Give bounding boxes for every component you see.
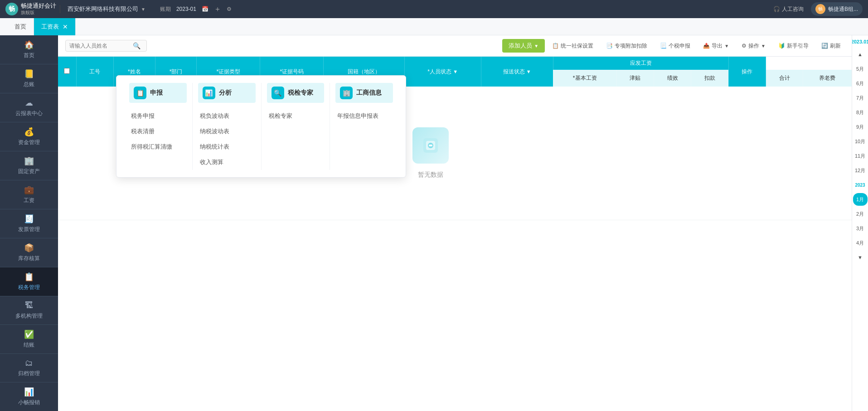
- add-icon[interactable]: ＋: [214, 5, 221, 14]
- dropdown-header-bizinfo: 🏢 工商信息: [335, 83, 393, 103]
- company-selector[interactable]: 西安虾米网络科技有限公司 ▼: [60, 5, 153, 13]
- invoice-icon: 🧾: [24, 214, 34, 224]
- analysis-title: 分析: [219, 89, 232, 97]
- insurance-label: 统一社保设置: [561, 42, 593, 50]
- inventory-icon: 📦: [24, 243, 34, 253]
- export-label: 导出: [712, 42, 723, 50]
- insurance-button[interactable]: 📋 统一社保设置: [548, 40, 597, 52]
- logo: 畅 畅捷通好会计 旗舰版: [5, 2, 60, 16]
- logo-text-wrap: 畅捷通好会计 旗舰版: [21, 2, 56, 16]
- nav-down-button[interactable]: ▼: [853, 251, 868, 264]
- export-button[interactable]: 📤 导出 ▼: [699, 40, 732, 52]
- th-pension: 养老费: [803, 70, 852, 87]
- month-1[interactable]: 1月: [853, 193, 868, 206]
- tax-burden-item[interactable]: 税负波动表: [198, 108, 256, 124]
- operate-button[interactable]: ⚙ 操作 ▼: [738, 40, 769, 52]
- special-deduction-icon: 📑: [606, 43, 613, 49]
- sidebar-item-report[interactable]: 📊 小畅报销: [0, 382, 58, 411]
- th-report-status: 报送状态 ▼: [481, 57, 553, 87]
- company-chevron-icon: ▼: [141, 7, 145, 12]
- search-icon: 🔍: [133, 42, 141, 49]
- month-7[interactable]: 7月: [853, 92, 868, 104]
- empty-icon: [412, 127, 449, 164]
- month-10[interactable]: 10月: [853, 135, 868, 148]
- multi-icon: 🏗: [25, 301, 33, 310]
- top-bar-period: 账期 2023-01 📅 ＋ ⚙: [153, 5, 239, 14]
- help-button[interactable]: 🎧 人工咨询: [773, 5, 804, 13]
- tax-fluctuation-item[interactable]: 纳税波动表: [198, 124, 256, 139]
- sidebar-salary-label: 工资: [24, 197, 34, 204]
- tab-home-label: 首页: [15, 23, 26, 31]
- tax-declaration-item[interactable]: 税务申报: [129, 108, 187, 124]
- sidebar-item-invoice[interactable]: 🧾 发票管理: [0, 209, 58, 238]
- settings-icon[interactable]: ⚙: [227, 6, 232, 12]
- calendar-icon[interactable]: 📅: [202, 6, 209, 12]
- tax-expert-item[interactable]: 税检专家: [267, 108, 325, 124]
- select-all-checkbox[interactable]: [64, 68, 70, 74]
- sidebar-item-checkout[interactable]: ✅ 结账: [0, 325, 58, 354]
- sidebar-item-home[interactable]: 🏠 首页: [0, 35, 58, 64]
- sidebar-report-label: 小畅报销: [18, 399, 40, 406]
- top-bar: 畅 畅捷通好会计 旗舰版 西安虾米网络科技有限公司 ▼ 账期 2023-01 📅…: [0, 0, 868, 18]
- sidebar-item-inventory[interactable]: 📦 库存核算: [0, 238, 58, 267]
- tax-form-item[interactable]: 税表清册: [129, 124, 187, 139]
- month-8[interactable]: 8月: [853, 106, 868, 119]
- guide-button[interactable]: 🔰 新手引导: [775, 40, 812, 52]
- tax-report-button[interactable]: 📃 个税申报: [656, 40, 694, 52]
- refresh-button[interactable]: 🔄 刷新: [818, 40, 844, 52]
- month-9[interactable]: 9月: [853, 121, 868, 133]
- sidebar-item-multi[interactable]: 🏗 多机构管理: [0, 296, 58, 325]
- income-tax-item[interactable]: 所得税汇算清缴: [129, 139, 187, 155]
- tab-salary[interactable]: 工资表 ✕: [34, 18, 76, 35]
- month-6[interactable]: 6月: [853, 77, 868, 90]
- sidebar-item-funds[interactable]: 💰 资金管理: [0, 122, 58, 151]
- logo-subtitle: 旗舰版: [21, 10, 56, 16]
- income-forecast-item[interactable]: 收入测算: [198, 155, 256, 170]
- expert-title: 税检专家: [288, 89, 313, 97]
- checkbox-header[interactable]: [58, 57, 76, 87]
- tab-salary-close-icon[interactable]: ✕: [63, 23, 68, 30]
- sidebar-item-ledger[interactable]: 📒 总账: [0, 64, 58, 93]
- add-person-button[interactable]: 添加人员 ▼: [502, 39, 545, 53]
- main-content: 🔍 添加人员 ▼ 📋 统一社保设置 📑 专项附加扣除 📃 个税申报: [58, 35, 852, 411]
- user-menu[interactable]: 畅 畅捷通B组...: [811, 2, 863, 16]
- sidebar-item-archive[interactable]: 🗂 归档管理: [0, 354, 58, 382]
- sidebar-invoice-label: 发票管理: [18, 226, 40, 233]
- tab-home[interactable]: 首页: [7, 18, 34, 35]
- th-base-salary: *基本工资: [553, 70, 616, 87]
- tab-bar: 首页 工资表 ✕: [0, 18, 868, 35]
- month-5[interactable]: 5月: [853, 63, 868, 75]
- insurance-icon: 📋: [552, 43, 559, 49]
- month-2[interactable]: 2月: [853, 208, 868, 220]
- annual-report-item[interactable]: 年报信息申报表: [335, 108, 393, 124]
- month-11[interactable]: 11月: [853, 150, 868, 162]
- year-2023[interactable]: 2023: [853, 179, 868, 191]
- search-input[interactable]: [69, 43, 133, 49]
- sidebar-item-tax[interactable]: 📋 税务管理: [0, 267, 58, 296]
- funds-icon: 💰: [24, 127, 34, 137]
- search-wrap[interactable]: 🔍: [65, 40, 147, 52]
- month-12[interactable]: 12月: [853, 164, 868, 177]
- sidebar-item-salary[interactable]: 💼 工资: [0, 180, 58, 209]
- sidebar-ledger-label: 总账: [24, 81, 34, 88]
- month-3[interactable]: 3月: [853, 222, 868, 235]
- tax-report-icon: 📃: [660, 43, 667, 49]
- sidebar-funds-label: 资金管理: [18, 139, 40, 146]
- sidebar: 🏠 首页 📒 总账 ☁ 云报表中心 💰 资金管理 🏢 固定资产 💼 工资 🧾 发…: [0, 35, 58, 411]
- th-operate: 操作: [728, 57, 766, 87]
- sidebar-item-assets[interactable]: 🏢 固定资产: [0, 151, 58, 180]
- sidebar-item-cloud[interactable]: ☁ 云报表中心: [0, 93, 58, 122]
- nav-up-button[interactable]: ▲: [853, 48, 868, 61]
- report-filter-icon[interactable]: ▼: [526, 69, 531, 74]
- svg-rect-3: [429, 145, 432, 146]
- layout: 🏠 首页 📒 总账 ☁ 云报表中心 💰 资金管理 🏢 固定资产 💼 工资 🧾 发…: [0, 35, 868, 411]
- tax-icon: 📋: [24, 272, 34, 282]
- toolbar: 🔍 添加人员 ▼ 📋 统一社保设置 📑 专项附加扣除 📃 个税申报: [58, 35, 852, 57]
- special-deduction-button[interactable]: 📑 专项附加扣除: [602, 40, 651, 52]
- tax-statistics-item[interactable]: 纳税统计表: [198, 139, 256, 155]
- status-filter-icon[interactable]: ▼: [453, 69, 458, 74]
- sidebar-multi-label: 多机构管理: [15, 312, 43, 320]
- analysis-col-icon: 📊: [203, 87, 215, 99]
- month-4[interactable]: 4月: [853, 237, 868, 249]
- bizinfo-title: 工商信息: [356, 89, 382, 97]
